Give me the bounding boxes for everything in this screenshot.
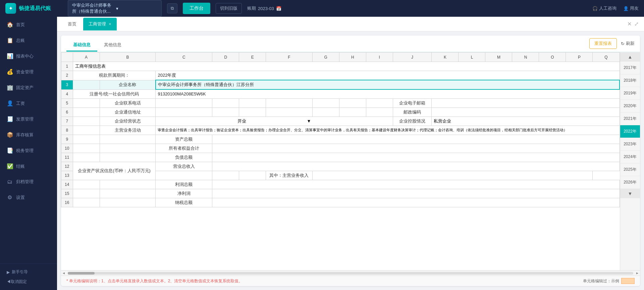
company-name-label-a [73, 80, 100, 89]
year-panel-up-button[interactable]: ▲ [620, 52, 640, 62]
h-scroll-left-btn[interactable]: ◄ [61, 271, 66, 275]
year-item-2021[interactable]: 2021年 [620, 113, 640, 125]
cell-9b[interactable] [100, 135, 156, 144]
cell-5g[interactable] [312, 98, 339, 107]
year-item-2023[interactable]: 2023年 [620, 138, 640, 151]
sub-tab-basic-info[interactable]: 基础信息 [66, 39, 97, 52]
cell-6d[interactable] [212, 107, 239, 117]
cell-6h[interactable] [339, 107, 366, 117]
h-scroll-thumb[interactable] [68, 272, 95, 275]
cell-10b[interactable] [100, 144, 156, 153]
year-item-2017[interactable]: 2017年 [620, 62, 640, 74]
cell-5h[interactable] [339, 98, 366, 107]
cell-11a[interactable] [73, 153, 100, 162]
h-scroll-right-btn[interactable]: ► [635, 271, 640, 275]
main-revenue-value[interactable] [312, 171, 593, 180]
main-biz-value[interactable]: 审查企业会计报表；出具审计报告；验证企业资本；出具验资报告；办理企业合开、分立、… [156, 126, 620, 135]
sidebar-item-settings[interactable]: ⚙ 设置 [0, 190, 57, 205]
user-label: 用友 [630, 5, 639, 11]
sidebar-item-archive[interactable]: 🗂 归档管理 [0, 174, 57, 190]
total-tax-value[interactable] [212, 198, 620, 207]
cell-11b[interactable] [100, 153, 156, 162]
company-name-value-cell[interactable]: 中审众环会计师事务所（特殊普通合伙）江苏分所 [156, 80, 620, 89]
cell-5a[interactable] [73, 98, 100, 107]
net-profit-value[interactable] [212, 189, 620, 198]
switch-version-button[interactable]: 切到旧版 [216, 3, 242, 14]
year-item-2024[interactable]: 2024年 [620, 151, 640, 163]
cell-5f[interactable] [266, 98, 313, 107]
postcode-value[interactable] [432, 107, 620, 117]
cell-6i[interactable] [366, 107, 393, 117]
sidebar-item-salary[interactable]: 👤 工资 [0, 95, 57, 111]
cell-5i[interactable] [366, 98, 393, 107]
sidebar-item-invoice[interactable]: 🧾 发票管理 [0, 111, 57, 127]
title-cell[interactable]: 工商年报信息表 [73, 62, 620, 71]
sidebar-item-home[interactable]: 🏠 首页 [0, 17, 57, 32]
tab-close-icon[interactable]: × [109, 21, 111, 26]
total-revenue-value[interactable] [212, 162, 620, 171]
refresh-button[interactable]: ↻ 刷新 [621, 38, 635, 49]
sub-tab-other-info[interactable]: 其他信息 [97, 39, 128, 52]
cell-15b[interactable] [100, 189, 156, 198]
company-selector[interactable]: 中审众环会计师事务所（特殊普通合伙... ▾ [68, 0, 162, 17]
year-item-2019[interactable]: 2019年 [620, 87, 640, 100]
cell-14b[interactable] [100, 180, 156, 189]
sidebar-item-finance[interactable]: 💰 资金管理 [0, 64, 57, 80]
total-profit-value[interactable] [212, 180, 620, 189]
h-scroll-track[interactable] [68, 272, 633, 275]
cell-6g[interactable] [312, 107, 339, 117]
biz-status-value[interactable]: 开业 ▼ [156, 117, 393, 126]
total-assets-value[interactable] [212, 135, 620, 144]
reset-report-button[interactable]: 重置报表 [589, 38, 617, 49]
cell-7a[interactable] [73, 117, 100, 126]
tax-period-value-cell[interactable]: 2022年度 [156, 71, 620, 80]
cell-15a[interactable] [73, 189, 100, 198]
new-guide-button[interactable]: ▶ 新手引导 [7, 267, 50, 277]
cell-6a[interactable] [73, 107, 100, 117]
year-item-2025[interactable]: 2025年 [620, 163, 640, 176]
window-close-icon[interactable]: ✕ [627, 21, 632, 27]
reg-no-value[interactable]: 91320100MA208E5W6K [156, 89, 620, 98]
year-panel-down-button[interactable]: ▼ [620, 189, 640, 198]
sidebar-item-assets[interactable]: 🏢 固定资产 [0, 80, 57, 95]
address-value[interactable] [156, 107, 212, 117]
cell-16b[interactable] [100, 198, 156, 207]
calendar-icon[interactable]: 📅 [276, 6, 281, 11]
year-item-2026[interactable]: 2026年 [620, 176, 640, 189]
year-item-2020[interactable]: 2020年 [620, 100, 640, 113]
year-item-2018[interactable]: 2018年 [620, 74, 640, 87]
tab-home[interactable]: 首页 [62, 18, 82, 30]
copy-button[interactable]: ⧉ [167, 3, 177, 13]
user-area[interactable]: 👤 用友 [623, 5, 639, 11]
service-button[interactable]: 🎧 人工咨询 [592, 5, 616, 11]
equity-value[interactable] [212, 144, 620, 153]
cell-9a[interactable] [73, 135, 100, 144]
cell-16a[interactable] [73, 198, 100, 207]
cell-14a[interactable] [73, 180, 100, 189]
unpin-button[interactable]: ◀取消固定 [7, 277, 50, 287]
workbench-button[interactable]: 工作台 [183, 3, 210, 14]
spreadsheet-scroll[interactable]: A B C D E F G H I J K L [61, 52, 620, 270]
sidebar-item-tax[interactable]: 📑 税务管理 [0, 143, 57, 158]
holding-value[interactable]: 私营企业 [432, 117, 620, 126]
window-expand-icon[interactable]: ⤢ [634, 21, 639, 27]
phone-value[interactable] [156, 98, 212, 107]
year-item-2022[interactable]: 2022年 [620, 125, 640, 138]
cell-13d[interactable] [212, 171, 239, 180]
sidebar-item-reports[interactable]: 📊 报表中心 [0, 48, 57, 64]
cell-5e[interactable] [239, 98, 266, 107]
cell-6f[interactable] [266, 107, 313, 117]
sidebar-item-ledger[interactable]: 📋 总账 [0, 32, 57, 48]
h-scroll[interactable]: ◄ ► [61, 270, 640, 276]
cell-13e[interactable] [239, 171, 266, 180]
sidebar-item-inventory[interactable]: 📦 库存核算 [0, 127, 57, 143]
sidebar-item-close[interactable]: ✅ 结账 [0, 158, 57, 174]
cell-5d[interactable] [212, 98, 239, 107]
cell-10a[interactable] [73, 144, 100, 153]
cell-8a[interactable] [73, 126, 100, 135]
tab-business-management[interactable]: 工商管理 × [83, 18, 117, 30]
total-liab-value[interactable] [212, 153, 620, 162]
email-value[interactable] [432, 98, 620, 107]
cell-13c[interactable] [156, 171, 212, 180]
cell-6e[interactable] [239, 107, 266, 117]
